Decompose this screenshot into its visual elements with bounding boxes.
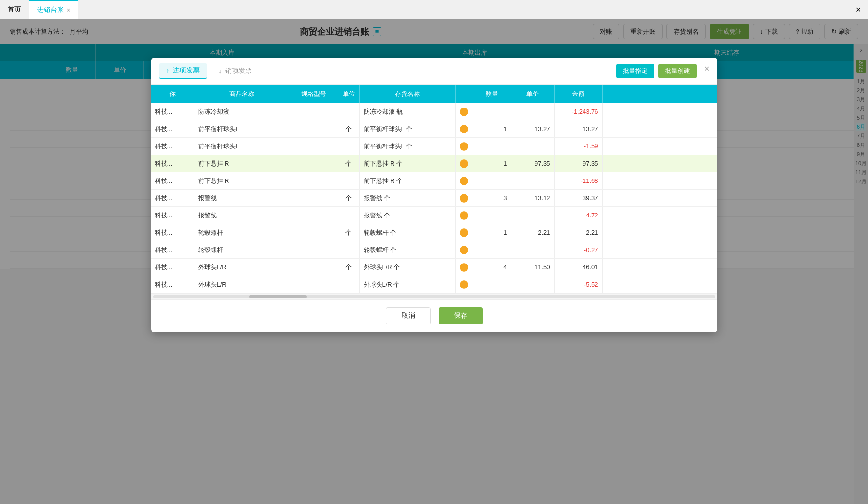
modal-dialog: ↑ 进项发票 ↓ 销项发票 批量指定 批量创建 × 你 商品名称 bbox=[151, 58, 717, 332]
cell-stock: 前下悬挂 R 个 bbox=[360, 172, 456, 189]
cell-amount: 97.35 bbox=[555, 155, 603, 172]
purchase-tab-label: 进项发票 bbox=[173, 66, 200, 75]
col-header-warn bbox=[456, 85, 473, 103]
cell-amount: -1.59 bbox=[555, 138, 603, 155]
cell-qty: 3 bbox=[473, 190, 511, 206]
cell-stock: 外球头L/R 个 bbox=[360, 259, 456, 276]
cell-qty bbox=[473, 172, 511, 189]
sales-tab-label: 销项发票 bbox=[225, 67, 252, 75]
cell-goods: 轮毂螺杆 bbox=[194, 224, 290, 241]
tab-purchase-invoice[interactable]: ↑ 进项发票 bbox=[159, 63, 207, 79]
cell-unit: 个 bbox=[338, 224, 360, 241]
warning-icon: ! bbox=[460, 108, 468, 116]
batch-assign-button[interactable]: 批量指定 bbox=[616, 64, 654, 78]
col-header-amount: 金额 bbox=[555, 85, 603, 103]
cell-spec bbox=[290, 276, 338, 293]
cell-spec bbox=[290, 224, 338, 241]
cell-stock: 前下悬挂 R 个 bbox=[360, 155, 456, 172]
modal-close-button[interactable]: × bbox=[704, 64, 710, 78]
tab-close-icon[interactable]: × bbox=[67, 7, 70, 13]
cell-goods: 报警线 bbox=[194, 207, 290, 224]
cell-stock: 外球头L/R 个 bbox=[360, 276, 456, 293]
cell-name: 科技... bbox=[151, 241, 194, 258]
tab-home[interactable]: 首页 bbox=[0, 0, 29, 19]
col-header-unit: 单位 bbox=[338, 85, 360, 103]
table-row[interactable]: 科技... 前下悬挂 R 个 前下悬挂 R 个 ! 1 97.35 97.35 bbox=[151, 155, 717, 172]
save-button[interactable]: 保存 bbox=[439, 307, 483, 324]
cell-qty bbox=[473, 138, 511, 155]
app-close-button[interactable]: × bbox=[849, 0, 868, 19]
cell-name: 科技... bbox=[151, 224, 194, 241]
col-header-qty: 数量 bbox=[473, 85, 511, 103]
cell-qty bbox=[473, 241, 511, 258]
table-header-row: 你 商品名称 规格型号 单位 存货名称 数量 单价 金额 bbox=[151, 85, 717, 103]
cell-goods: 前平衡杆球头L bbox=[194, 120, 290, 137]
warning-icon: ! bbox=[460, 125, 468, 133]
warning-icon: ! bbox=[460, 263, 468, 272]
cell-goods: 外球头L/R bbox=[194, 276, 290, 293]
cell-amount: -1,243.76 bbox=[555, 103, 603, 120]
tab-home-label: 首页 bbox=[8, 5, 21, 14]
cell-qty bbox=[473, 207, 511, 224]
warning-icon: ! bbox=[460, 246, 468, 254]
table-row[interactable]: 科技... 防冻冷却液 防冻冷却液 瓶 ! -1,243.76 bbox=[151, 103, 717, 120]
modal-header: ↑ 进项发票 ↓ 销项发票 批量指定 批量创建 × bbox=[151, 58, 717, 85]
cell-unit bbox=[338, 172, 360, 189]
cell-spec bbox=[290, 207, 338, 224]
scrollbar-thumb[interactable] bbox=[249, 295, 307, 298]
warning-icon: ! bbox=[460, 228, 468, 237]
cell-warn: ! bbox=[456, 190, 473, 206]
horizontal-scrollbar[interactable] bbox=[151, 293, 717, 299]
cell-goods: 报警线 bbox=[194, 190, 290, 206]
col-header-price: 单价 bbox=[511, 85, 555, 103]
warning-icon: ! bbox=[460, 194, 468, 203]
table-row[interactable]: 科技... 前下悬挂 R 前下悬挂 R 个 ! -11.68 bbox=[151, 172, 717, 190]
cell-price bbox=[511, 138, 555, 155]
table-row[interactable]: 科技... 报警线 报警线 个 ! -4.72 bbox=[151, 207, 717, 224]
sales-tab-icon: ↓ bbox=[219, 67, 222, 75]
batch-create-button[interactable]: 批量创建 bbox=[658, 64, 697, 78]
cell-qty: 4 bbox=[473, 259, 511, 276]
table-row[interactable]: 科技... 前平衡杆球头L 前平衡杆球头L 个 ! -1.59 bbox=[151, 138, 717, 155]
cancel-button[interactable]: 取消 bbox=[386, 307, 431, 324]
table-row[interactable]: 科技... 轮毂螺杆 个 轮毂螺杆 个 ! 1 2.21 2.21 bbox=[151, 224, 717, 241]
warning-icon: ! bbox=[460, 211, 468, 220]
tab-sales-invoice[interactable]: ↓ 销项发票 bbox=[211, 64, 260, 78]
cell-amount: 46.01 bbox=[555, 259, 603, 276]
cell-name: 科技... bbox=[151, 190, 194, 206]
cell-goods: 防冻冷却液 bbox=[194, 103, 290, 120]
tab-ledger[interactable]: 进销台账 × bbox=[29, 0, 78, 19]
cell-unit: 个 bbox=[338, 190, 360, 206]
cell-spec bbox=[290, 103, 338, 120]
table-row[interactable]: 科技... 外球头L/R 外球头L/R 个 ! -5.52 bbox=[151, 276, 717, 293]
cell-amount: -11.68 bbox=[555, 172, 603, 189]
cell-unit bbox=[338, 138, 360, 155]
cell-price: 13.27 bbox=[511, 120, 555, 137]
cell-name: 科技... bbox=[151, 259, 194, 276]
cell-goods: 前下悬挂 R bbox=[194, 172, 290, 189]
table-row[interactable]: 科技... 报警线 个 报警线 个 ! 3 13.12 39.37 bbox=[151, 190, 717, 207]
cell-stock: 报警线 个 bbox=[360, 190, 456, 206]
col-header-stock: 存货名称 bbox=[360, 85, 456, 103]
cell-amount: -5.52 bbox=[555, 276, 603, 293]
cell-warn: ! bbox=[456, 120, 473, 137]
cell-spec bbox=[290, 155, 338, 172]
cell-price bbox=[511, 241, 555, 258]
table-row[interactable]: 科技... 外球头L/R 个 外球头L/R 个 ! 4 11.50 46.01 bbox=[151, 259, 717, 276]
cell-warn: ! bbox=[456, 241, 473, 258]
warning-icon: ! bbox=[460, 159, 468, 168]
cell-stock: 前平衡杆球头L 个 bbox=[360, 120, 456, 137]
cell-unit bbox=[338, 207, 360, 224]
cell-warn: ! bbox=[456, 138, 473, 155]
table-row[interactable]: 科技... 前平衡杆球头L 个 前平衡杆球头L 个 ! 1 13.27 13.2… bbox=[151, 120, 717, 138]
cell-stock: 报警线 个 bbox=[360, 207, 456, 224]
cell-warn: ! bbox=[456, 172, 473, 189]
cell-unit bbox=[338, 103, 360, 120]
cell-stock: 轮毂螺杆 个 bbox=[360, 241, 456, 258]
col-header-name: 你 bbox=[151, 85, 194, 103]
scrollbar-track[interactable] bbox=[153, 295, 715, 298]
cell-spec bbox=[290, 259, 338, 276]
table-row[interactable]: 科技... 轮毂螺杆 轮毂螺杆 个 ! -0.27 bbox=[151, 241, 717, 259]
cell-price bbox=[511, 276, 555, 293]
cell-unit bbox=[338, 241, 360, 258]
